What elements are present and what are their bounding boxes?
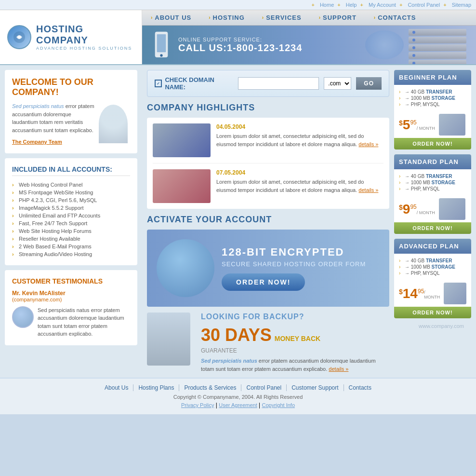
feat: → PHP, MYSQL <box>399 101 466 108</box>
phone-icon <box>152 30 171 59</box>
highlight-date-2: 07.05.2004 <box>216 169 383 176</box>
backup-text-highlight: Sed perspiciatis natus <box>201 358 257 364</box>
domain-label-text: CHECK DOMAIN NAME: <box>165 76 233 91</box>
nav-services[interactable]: › SERVICES <box>253 10 310 25</box>
svg-rect-3 <box>157 34 166 52</box>
activate-title: ACTIVATE YOUR ACCOUNT <box>147 215 389 225</box>
feat: → PHP, MYSQL <box>399 186 466 192</box>
highlight-item: 04.05.2004 Lorem ipsum dolor sit amet, c… <box>153 123 383 163</box>
footer-link-support[interactable]: Customer Support <box>287 384 344 391</box>
feat: → PHP, MYSQL <box>399 270 466 276</box>
footer-legal: Privacy Policy | User Agreement | Copyri… <box>6 402 470 408</box>
standard-plan-header: STANDARD PLAN <box>394 154 471 169</box>
domain-check: ✓ CHECK DOMAIN NAME: .com .net .org GO <box>147 70 389 97</box>
domain-tld-select[interactable]: .com .net .org <box>324 77 351 90</box>
topbar-link-myaccount[interactable]: My Account <box>369 2 396 8</box>
domain-icon: ✓ <box>155 80 162 87</box>
highlight-text-2: Lorem ipsum dolor sit amet, consectetur … <box>216 178 383 194</box>
advanced-plan-features: → 40 GB TRANSFER → 1000 MB STORAGE → PHP… <box>394 254 471 280</box>
center-content: ✓ CHECK DOMAIN NAME: .com .net .org GO C… <box>142 65 394 378</box>
privacy-policy-link[interactable]: Privacy Policy <box>181 402 214 408</box>
banner: ONLINE SUPPORT SERVICE: CALL US:1-800-12… <box>142 26 476 64</box>
activate-text: 128-BIT ENCRYPTED SECURE SHARED HOSTING … <box>222 246 366 291</box>
testimonial-text: Sed perspiciatis natus error ptatem accu… <box>38 306 130 338</box>
highlight-link-2[interactable]: details » <box>358 187 378 193</box>
topbar-link-sitemap[interactable]: Sitemap <box>452 2 471 8</box>
backup-image <box>147 313 195 366</box>
beginner-plan-features: → 40 GB TRANSFER → 1000 MB STORAGE → PHP… <box>394 85 471 111</box>
activate-image <box>157 239 214 297</box>
advanced-plan-price-area: $ 14 95 / MONTH <box>394 280 471 307</box>
logo-text: HOSTING COMPANY ADVANCED HOSTING SOLUTIO… <box>36 24 134 51</box>
svg-point-1 <box>18 36 21 39</box>
server-decoration <box>356 26 476 64</box>
topbar-link-help[interactable]: Help <box>346 2 357 8</box>
footer-link-about[interactable]: About Us <box>100 384 133 391</box>
footer-link-contacts[interactable]: Contacts <box>344 384 376 391</box>
list-item: Unlimited Email and FTP Accounts <box>12 212 130 219</box>
highlight-content-2: 07.05.2004 Lorem ipsum dolor sit amet, c… <box>216 169 383 203</box>
accounts-list: Web Hosting Control Panel MS Frontpage W… <box>12 181 130 258</box>
activate-order-button[interactable]: ORDER NOW! <box>222 273 305 291</box>
user-agreement-link[interactable]: User Agreement <box>219 402 257 408</box>
backup-days: 30 DAYS MONEY BACK <box>201 325 389 345</box>
footer-links: About Us Hosting Plans Products & Servic… <box>6 384 470 391</box>
footer-link-hosting[interactable]: Hosting Plans <box>133 384 179 391</box>
activate-box: 128-BIT ENCRYPTED SECURE SHARED HOSTING … <box>147 230 389 307</box>
list-item: Streaming Audio/Video Hosting <box>12 250 130 258</box>
accounts-box: INCLUDED IN ALL ACCOUNTS: Web Hosting Co… <box>5 158 137 265</box>
svg-point-4 <box>160 54 162 56</box>
backup-days-number: 30 DAYS <box>201 325 272 345</box>
list-item: Fast, Free 24/7 Tech Support <box>12 219 130 227</box>
list-item: ImageMagick 5.5.2 Support <box>12 204 130 212</box>
team-link[interactable]: The Company Team <box>12 138 96 146</box>
highlights-box: 04.05.2004 Lorem ipsum dolor sit amet, c… <box>147 118 389 209</box>
domain-input[interactable] <box>238 77 319 90</box>
welcome-body: Sed perspiciatis natus error ptatem accu… <box>12 102 130 146</box>
logo-icon <box>7 25 31 49</box>
nav-hosting[interactable]: › HOSTING <box>200 10 253 25</box>
advanced-plan-name: ADVANCED PLAN <box>399 243 466 250</box>
beginner-plan-price: $ 5 95 / MONTH <box>399 118 435 132</box>
advanced-plan-price: $ 14 95 / MONTH <box>399 287 440 300</box>
beginner-plan-price-area: $ 5 95 / MONTH <box>394 111 471 138</box>
standard-order-button[interactable]: ORDER NOW! <box>394 222 471 234</box>
person-silhouette <box>99 105 128 143</box>
nav-support[interactable]: › SUPPORT <box>310 10 365 25</box>
welcome-box: WELCOME TO OUR COMPANY! Sed perspiciatis… <box>5 70 137 153</box>
feat: → 40 GB TRANSFER <box>399 258 466 264</box>
advanced-order-button[interactable]: ORDER NOW! <box>394 307 471 318</box>
copyright-info-link[interactable]: Copyright Info <box>262 402 295 408</box>
activate-headline: 128-BIT ENCRYPTED <box>222 246 366 258</box>
footer-link-products[interactable]: Products & Services <box>179 384 241 391</box>
backup-details-link[interactable]: details » <box>329 366 348 372</box>
accounts-title: INCLUDED IN ALL ACCOUNTS: <box>12 165 130 176</box>
feat: → 1000 MB STORAGE <box>399 95 466 101</box>
domain-go-button[interactable]: GO <box>356 77 382 90</box>
highlights-title: COMPANY HIGHLIGHTS <box>147 103 389 113</box>
website-url: www.company.com <box>394 323 471 329</box>
banner-big: CALL US:1-800-123-1234 <box>178 42 302 54</box>
activate-subheadline: SECURE SHARED HOSTING ORDER FORM <box>222 260 366 268</box>
beginner-plan-header: BEGINNER PLAN <box>394 70 471 85</box>
feat: → 40 GB TRANSFER <box>399 173 466 179</box>
list-item: MS Frontpage WebSite Hosting <box>12 189 130 196</box>
beginner-server-image <box>439 114 465 136</box>
testimonials-box: CUSTOMER TESTIMONIALS Mr. Kevin McAliste… <box>5 270 137 345</box>
standard-server-image <box>439 198 465 220</box>
banner-small: ONLINE SUPPORT SERVICE: <box>178 37 302 42</box>
beginner-order-button[interactable]: ORDER NOW! <box>394 138 471 150</box>
footer-copyright: Copyright © Companyname, 2004. All Right… <box>6 394 470 400</box>
highlight-link-1[interactable]: details » <box>358 141 378 147</box>
footer-link-control[interactable]: Control Panel <box>241 384 287 391</box>
company-name: HOSTING COMPANY <box>36 24 134 46</box>
feat: → 1000 MB STORAGE <box>399 264 466 270</box>
bullet: + <box>311 2 314 8</box>
welcome-intro: Sed perspiciatis natus <box>12 103 64 109</box>
nav-about-us[interactable]: › ABOUT US <box>142 10 200 25</box>
topbar-link-home[interactable]: Home <box>320 2 334 8</box>
topbar-link-controlpanel[interactable]: Control Panel <box>408 2 440 8</box>
highlight-thumbnail-2 <box>153 169 211 203</box>
nav-contacts[interactable]: › CONTACTS <box>365 10 425 25</box>
welcome-text: Sed perspiciatis natus error ptatem accu… <box>12 102 96 146</box>
